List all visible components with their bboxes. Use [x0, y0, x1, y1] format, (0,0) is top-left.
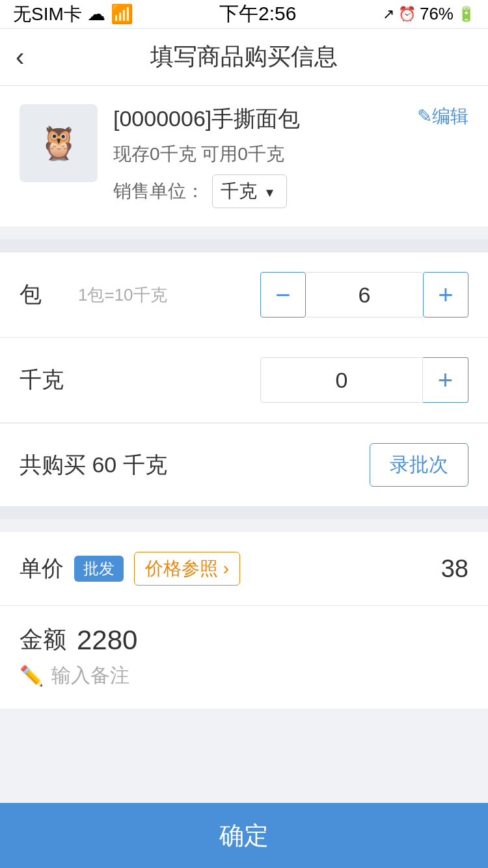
header: ‹ 填写商品购买信息	[0, 29, 488, 86]
unit-label: 销售单位：	[113, 179, 204, 204]
bag-qty-input[interactable]	[306, 272, 423, 318]
bag-minus-button[interactable]: −	[260, 272, 306, 318]
separator-1	[0, 239, 488, 252]
product-card: 🦉 [0000006]手撕面包 ✎编辑 现存0千克 可用0千克 销售单位： 千克…	[0, 86, 488, 226]
owl-icon: 🦉	[38, 124, 79, 162]
page-title: 填写商品购买信息	[150, 41, 338, 73]
unit-select[interactable]: 千克 ▾	[212, 174, 287, 208]
remark-row: ✏️ 输入备注	[20, 662, 468, 709]
location-icon: ↗	[383, 6, 394, 23]
price-row: 单价 批发 价格参照 › 38	[20, 552, 468, 586]
status-bar: 无SIM卡 ☁ 📶 下午2:56 ↗ ⏰ 76% 🔋	[0, 0, 488, 29]
amount-section: 金额 2280 ✏️ 输入备注	[0, 605, 488, 709]
product-name: [0000006]手撕面包	[113, 104, 300, 134]
back-button[interactable]: ‹	[16, 42, 24, 72]
price-label: 单价	[20, 554, 64, 584]
batch-button[interactable]: 录批次	[370, 443, 468, 487]
kg-row: 千克 +	[0, 338, 488, 423]
bag-row: 包 1包=10千克 − +	[0, 252, 488, 338]
total-label: 共购买 60 千克	[20, 450, 370, 480]
batch-tag: 批发	[74, 556, 124, 582]
input-section: 包 1包=10千克 − + 千克 + 共购买 60 千克 录批次	[0, 252, 488, 506]
bag-label: 包	[20, 280, 72, 310]
bag-hint: 1包=10千克	[78, 284, 260, 306]
product-stock: 现存0千克 可用0千克	[113, 142, 468, 167]
remark-input[interactable]: 输入备注	[51, 662, 129, 689]
sim-status: 无SIM卡 ☁	[13, 2, 105, 27]
wifi-icon: 📶	[111, 3, 133, 25]
bag-plus-button[interactable]: +	[423, 272, 468, 318]
amount-row: 金额 2280	[20, 606, 468, 662]
separator-2	[0, 506, 488, 519]
price-value: 38	[441, 555, 468, 583]
bag-qty-control: − +	[260, 272, 468, 318]
status-right: ↗ ⏰ 76% 🔋	[383, 4, 475, 24]
price-ref-button[interactable]: 价格参照 ›	[134, 552, 240, 586]
product-image: 🦉	[20, 104, 98, 182]
battery-text: 76%	[420, 4, 454, 24]
status-time: 下午2:56	[219, 1, 296, 27]
amount-value: 2280	[77, 625, 137, 656]
battery-icon: 🔋	[457, 6, 475, 23]
confirm-button[interactable]: 确定	[0, 803, 488, 868]
total-row: 共购买 60 千克 录批次	[0, 423, 488, 506]
kg-qty-input[interactable]	[260, 357, 423, 403]
chevron-down-icon: ▾	[266, 184, 273, 200]
edit-button[interactable]: ✎编辑	[417, 104, 468, 129]
pencil-icon: ✏️	[20, 664, 44, 687]
price-section: 单价 批发 价格参照 › 38	[0, 532, 488, 605]
unit-value: 千克	[221, 181, 257, 201]
kg-plus-button[interactable]: +	[423, 357, 468, 403]
amount-label: 金额	[20, 624, 66, 656]
product-info: [0000006]手撕面包 ✎编辑 现存0千克 可用0千克 销售单位： 千克 ▾	[113, 104, 468, 208]
status-left: 无SIM卡 ☁ 📶	[13, 2, 133, 27]
alarm-icon: ⏰	[398, 6, 416, 23]
kg-label: 千克	[20, 365, 72, 395]
